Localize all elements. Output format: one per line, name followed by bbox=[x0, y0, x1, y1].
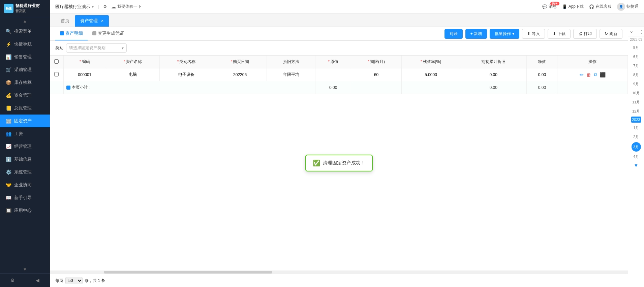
subtotal-label-cell: 本页小计： bbox=[63, 81, 315, 94]
experience-text: 我要体验一下 bbox=[117, 4, 142, 9]
sidebar-scroll-up[interactable]: ▲ bbox=[0, 17, 50, 25]
app-name: 畅捷通好业财 bbox=[16, 3, 40, 8]
filter-bar: 类别 请选择固定资产类别 ▾ bbox=[50, 41, 628, 56]
app-download-button[interactable]: 📱 App下载 bbox=[562, 4, 584, 9]
delete-icon[interactable]: 🗑 bbox=[586, 72, 591, 77]
topbar-divider: | bbox=[98, 4, 99, 9]
month-5[interactable]: 5月 bbox=[628, 43, 644, 52]
sidebar-item-apps[interactable]: 🔲 应用中心 bbox=[0, 204, 50, 217]
month-7[interactable]: 7月 bbox=[628, 61, 644, 70]
cell-period: 60 bbox=[351, 68, 402, 81]
batch-button[interactable]: 批量操作 ▾ bbox=[490, 29, 519, 39]
month-6[interactable]: 6月 bbox=[628, 52, 644, 61]
sidebar-item-finance[interactable]: 💰 资金管理 bbox=[0, 89, 50, 102]
sub-tab-change-voucher-label: 变更生成凭证 bbox=[98, 30, 124, 36]
reconcile-button[interactable]: 对账 bbox=[444, 29, 463, 39]
month-9[interactable]: 9月 bbox=[628, 79, 644, 89]
sidebar-item-fixed-assets[interactable]: 🏢 固定资产 bbox=[0, 115, 50, 127]
sidebar-item-guide[interactable]: 📖 新手引导 bbox=[0, 191, 50, 204]
sidebar-item-search[interactable]: 🔍 搜索菜单 bbox=[0, 25, 50, 38]
month-4[interactable]: 4月 bbox=[628, 152, 644, 161]
content-area: 资产明细 变更生成凭证 对账 + 新增 批量操作 ▾ bbox=[50, 27, 644, 287]
online-service-button[interactable]: 🎧 在线客服 bbox=[589, 4, 612, 9]
company-name: 医疗器械行业演示 bbox=[55, 4, 90, 10]
month-2[interactable]: 2月 bbox=[628, 132, 644, 141]
collapse-sidebar-button[interactable]: ◀ bbox=[33, 276, 42, 284]
col-header-purchase-date: *购买日期 bbox=[213, 56, 267, 68]
apps-icon: 🔲 bbox=[5, 208, 11, 214]
system-icon: ⚙️ bbox=[5, 169, 11, 175]
edit-icon[interactable]: ✏ bbox=[580, 72, 584, 77]
more-icon[interactable]: ⬛ bbox=[600, 72, 606, 77]
user-menu-button[interactable]: 👤 畅捷通 bbox=[617, 3, 639, 11]
sidebar-item-sales[interactable]: 📊 销售管理 bbox=[0, 51, 50, 63]
month-12[interactable]: 12月 bbox=[628, 107, 644, 116]
calendar-expand-icon[interactable]: ▼ bbox=[634, 163, 639, 168]
app-download-icon: 📱 bbox=[562, 4, 567, 9]
settings-gear-icon[interactable]: ⚙ bbox=[103, 4, 107, 9]
sidebar-item-inventory[interactable]: 📦 库存核算 bbox=[0, 76, 50, 89]
sidebar-item-operations[interactable]: 📈 经营管理 bbox=[0, 140, 50, 153]
sidebar-item-purchase[interactable]: 🛒 采购管理 bbox=[0, 63, 50, 76]
table-header-checkbox bbox=[50, 56, 63, 68]
right-panel-expand-icon[interactable]: ⛶ bbox=[638, 30, 642, 35]
sidebar-item-cooperation[interactable]: 🤝 企业协同 bbox=[0, 179, 50, 191]
search-icon: 🔍 bbox=[5, 28, 11, 34]
company-selector[interactable]: 医疗器械行业演示 ▾ bbox=[55, 4, 94, 10]
refresh-label: 刷新 bbox=[609, 31, 617, 37]
sub-tab-change-voucher[interactable]: 变更生成凭证 bbox=[88, 27, 129, 40]
purchase-icon: 🛒 bbox=[5, 67, 11, 73]
month-11[interactable]: 11月 bbox=[628, 98, 644, 107]
print-button[interactable]: 🖨 打印 bbox=[573, 29, 597, 39]
success-toast: ✅ 清理固定资产成功！ bbox=[305, 155, 373, 171]
category-select[interactable]: 请选择固定资产类别 ▾ bbox=[66, 43, 127, 53]
import-button[interactable]: ⬆ 导入 bbox=[522, 29, 545, 39]
asset-detail-icon bbox=[60, 31, 64, 35]
sidebar-item-system[interactable]: ⚙️ 系统管理 bbox=[0, 166, 50, 179]
new-button[interactable]: + 新增 bbox=[465, 29, 487, 39]
tab-asset-management[interactable]: 资产管理 × bbox=[75, 15, 109, 27]
copy-icon[interactable]: ⧉ bbox=[594, 72, 597, 77]
table-row: 000001 电脑 电子设备 202206 年限平均 60 5.0000 0.0… bbox=[50, 68, 628, 81]
refresh-button[interactable]: ↻ 刷新 bbox=[600, 29, 622, 39]
messages-button[interactable]: 💬 消息 99+ bbox=[542, 4, 557, 9]
sidebar-item-quick-nav[interactable]: ⚡ 快捷导航 bbox=[0, 38, 50, 51]
app-download-label: App下载 bbox=[569, 4, 584, 9]
sidebar-item-ledger[interactable]: 📒 总账管理 bbox=[0, 102, 50, 115]
right-panel-close-icon[interactable]: × bbox=[630, 30, 633, 35]
row-checkbox-cell bbox=[50, 68, 63, 81]
col-header-asset-name: *资产名称 bbox=[106, 56, 160, 68]
subtotal-icon bbox=[66, 86, 70, 90]
download-button[interactable]: ⬇ 下载 bbox=[548, 29, 571, 39]
per-page-select[interactable]: 50 100 bbox=[65, 277, 83, 284]
row-checkbox[interactable] bbox=[54, 72, 59, 76]
app-version: 普及版 bbox=[16, 9, 40, 13]
operations-icon: 📈 bbox=[5, 144, 11, 150]
sub-tab-asset-detail-label: 资产明细 bbox=[65, 30, 83, 36]
horizontal-scrollbar[interactable] bbox=[50, 270, 628, 274]
right-panel-header: × ⛶ bbox=[628, 28, 644, 36]
sidebar-scroll-down[interactable]: ▼ bbox=[0, 265, 50, 273]
month-10[interactable]: 10月 bbox=[628, 89, 644, 98]
batch-dropdown-icon: ▾ bbox=[512, 31, 514, 36]
sub-tab-asset-detail[interactable]: 资产明细 bbox=[55, 27, 88, 40]
settings-button[interactable]: ⚙ bbox=[8, 276, 18, 284]
reconcile-label: 对账 bbox=[450, 31, 458, 37]
select-all-checkbox[interactable] bbox=[54, 59, 59, 64]
message-icon: 💬 bbox=[542, 4, 547, 9]
tab-close-icon[interactable]: × bbox=[101, 18, 104, 23]
sidebar-item-basic-info[interactable]: ℹ️ 基础信息 bbox=[0, 153, 50, 166]
month-8[interactable]: 8月 bbox=[628, 70, 644, 79]
sidebar-logo: 畅捷 畅捷通好业财 普及版 bbox=[4, 3, 46, 13]
tab-home[interactable]: 首页 bbox=[55, 15, 75, 27]
month-1[interactable]: 1月 bbox=[628, 123, 644, 132]
content-main: 资产明细 变更生成凭证 对账 + 新增 批量操作 ▾ bbox=[50, 27, 628, 287]
sidebar-item-payroll[interactable]: 👥 工资 bbox=[0, 127, 50, 140]
scrollbar-thumb[interactable] bbox=[104, 271, 272, 274]
category-select-chevron: ▾ bbox=[122, 46, 124, 51]
experience-button[interactable]: ☁ 我要体验一下 bbox=[111, 4, 142, 9]
year-2023-label: 2023 bbox=[631, 117, 641, 123]
download-icon: ⬇ bbox=[553, 31, 556, 36]
sales-icon: 📊 bbox=[5, 54, 11, 60]
month-3-current[interactable]: 3月 bbox=[632, 142, 641, 152]
